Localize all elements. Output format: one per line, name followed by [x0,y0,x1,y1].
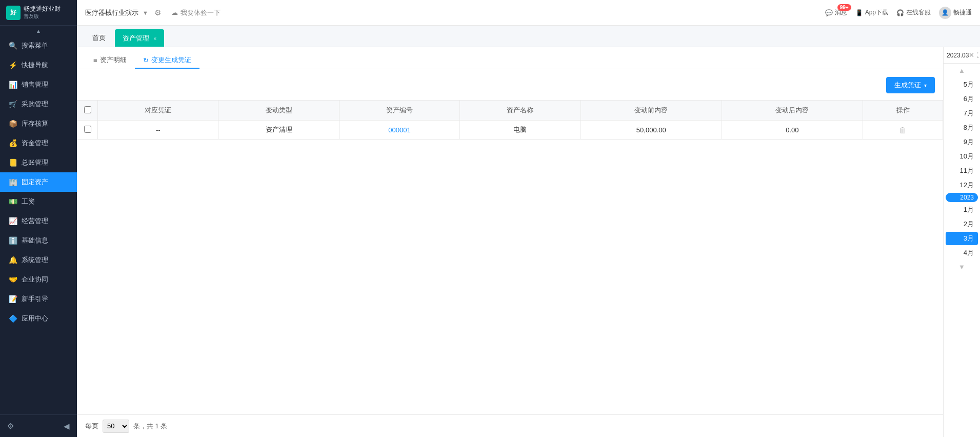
sidebar-label-guide: 新手引导 [22,294,48,304]
tab-asset-mgmt[interactable]: 资产管理 × [115,29,164,47]
sidebar-item-cooperation[interactable]: 🤝企业协同 [0,270,77,289]
calendar-panel: 2023.03 ✕ ⛶ ▲ 5月 6月 7月 8月 9月 10月 11月 12月… [943,47,980,437]
sidebar-item-sales[interactable]: 📊销售管理 [0,75,77,94]
page-size-select[interactable]: 10 20 50 100 [103,420,129,433]
subtab-change-voucher[interactable]: ↻ 变更生成凭证 [135,52,199,69]
calendar-scroll-down[interactable]: ▼ [944,260,980,274]
calendar-scroll-up[interactable]: ▲ [944,64,980,77]
data-table: 对应凭证 变动类型 资产编号 资产名称 变动前内容 变动后内容 操作 [77,100,943,140]
sidebar-scroll-up[interactable]: ▲ [0,26,77,36]
col-change-type: 变动类型 [218,101,339,121]
sidebar-item-purchase[interactable]: 🛒采购管理 [0,94,77,114]
sidebar-item-ledger[interactable]: 📒总账管理 [0,153,77,172]
sidebar-item-payroll[interactable]: 💵工资 [0,192,77,211]
content-area: ≡ 资产明细 ↻ 变更生成凭证 生成凭证 ▾ [77,47,943,437]
calendar-year-2023[interactable]: 2023 [946,193,978,202]
message-badge: 99+ [837,4,851,11]
calendar-month-5[interactable]: 5月 [944,77,980,92]
subtab-detail-icon: ≡ [93,56,97,64]
col-voucher: 对应凭证 [98,101,218,121]
calendar-month-2[interactable]: 2月 [944,217,980,231]
calendar-month-7[interactable]: 7月 [944,106,980,121]
calendar-close-icon[interactable]: ✕ [969,51,974,59]
delete-icon[interactable]: 🗑 [899,126,907,134]
subtab-asset-detail[interactable]: ≡ 资产明细 [85,52,135,69]
sidebar-label-sales: 销售管理 [22,80,48,89]
sidebar-item-system[interactable]: 🔔系统管理 [0,250,77,270]
generate-btn-arrow-icon: ▾ [924,83,927,88]
calendar-month-4[interactable]: 4月 [944,246,980,260]
sidebar-item-guide[interactable]: 📝新手引导 [0,289,77,309]
calendar-month-9[interactable]: 9月 [944,135,980,149]
company-name: 医疗器械行业演示 [85,8,138,17]
logo-icon: 好 [6,6,21,20]
sidebar-nav: 🔍搜索菜单⚡快捷导航📊销售管理🛒采购管理📦库存核算💰资金管理📒总账管理🏢固定资产… [0,36,77,414]
message-icon: 💬 [825,9,833,16]
subtab-bar: ≡ 资产明细 ↻ 变更生成凭证 [77,47,943,69]
row-asset-code: 000001 [339,121,459,140]
row-checkbox[interactable] [84,126,91,133]
user-menu[interactable]: 👤 畅捷通 [939,7,972,19]
calendar-month-3-active[interactable]: 3月 [946,232,978,245]
sidebar-item-operations[interactable]: 📈经营管理 [0,211,77,231]
guide-icon: 📝 [8,294,17,304]
per-page-label: 每页 [85,422,98,431]
search-icon: 🔍 [8,41,17,50]
row-before-change: 50,000.00 [581,121,722,140]
col-checkbox [77,101,98,121]
calendar-month-11[interactable]: 11月 [944,164,980,178]
experience-label: 我要体验一下 [181,8,221,17]
subtab-change-icon: ↻ [143,56,149,64]
sidebar-item-search[interactable]: 🔍搜索菜单 [0,36,77,55]
calendar-header-label: 2023.03 [947,52,969,59]
col-after-change: 变动后内容 [722,101,863,121]
sidebar-label-cooperation: 企业协同 [22,275,48,284]
topbar-gear-icon[interactable]: ⚙ [154,8,161,17]
total-label: 条，共 1 条 [133,422,167,431]
select-all-checkbox[interactable] [84,106,91,113]
sidebar-item-fixed-assets[interactable]: 🏢固定资产 [0,172,77,192]
calendar-month-6[interactable]: 6月 [944,92,980,106]
sidebar-label-operations: 经营管理 [22,216,48,226]
sidebar-item-quick-nav[interactable]: ⚡快捷导航 [0,55,77,75]
calendar-month-10[interactable]: 10月 [944,149,980,164]
sidebar-label-basic-info: 基础信息 [22,236,48,245]
table-header-row: 对应凭证 变动类型 资产编号 资产名称 变动前内容 变动后内容 操作 [77,101,943,121]
app-download-btn[interactable]: 📱 App下载 [855,8,888,17]
sidebar-item-inventory[interactable]: 📦库存核算 [0,114,77,133]
calendar-month-1[interactable]: 1月 [944,203,980,217]
tab-home[interactable]: 首页 [85,29,113,47]
calendar-month-12[interactable]: 12月 [944,178,980,192]
col-before-change: 变动前内容 [581,101,722,121]
payroll-icon: 💵 [8,197,17,206]
sidebar-bottom: ⚙ ◀ [0,414,77,437]
customer-service-btn[interactable]: 🎧 在线客服 [896,8,931,17]
sidebar-label-purchase: 采购管理 [22,100,48,109]
inventory-icon: 📦 [8,119,17,128]
sidebar-item-funds[interactable]: 💰资金管理 [0,133,77,153]
generate-voucher-btn[interactable]: 生成凭证 ▾ [886,77,935,93]
sidebar-item-app-center[interactable]: 🔷应用中心 [0,309,77,328]
app-center-icon: 🔷 [8,314,17,323]
message-btn[interactable]: 💬 消息 99+ [825,8,847,17]
topbar-right: 💬 消息 99+ 📱 App下载 🎧 在线客服 👤 畅捷通 [825,7,972,19]
purchase-icon: 🛒 [8,100,17,109]
calendar-month-8[interactable]: 8月 [944,121,980,135]
logo-text: 畅捷通好业财 [24,5,61,12]
phone-icon: 📱 [855,9,863,16]
experience-btn[interactable]: ☁ 我要体验一下 [171,8,221,17]
quick-nav-icon: ⚡ [8,61,17,70]
basic-info-icon: ℹ️ [8,236,17,245]
generate-btn-area: 生成凭证 ▾ [886,77,935,93]
settings-icon[interactable]: ⚙ [7,422,14,431]
calendar-expand-icon[interactable]: ⛶ [976,51,980,59]
sidebar-label-funds: 资金管理 [22,138,48,148]
company-dropdown-icon[interactable]: ▼ [143,10,148,16]
table-row: -- 资产清理 000001 电脑 50,000.00 0.00 🗑 [77,121,943,140]
collapse-icon[interactable]: ◀ [64,422,70,431]
sidebar-label-quick-nav: 快捷导航 [22,61,48,70]
row-checkbox-cell [77,121,98,140]
tab-close-icon[interactable]: × [153,35,156,42]
main-area: 医疗器械行业演示 ▼ ⚙ ☁ 我要体验一下 💬 消息 99+ 📱 App下载 🎧… [77,0,980,437]
sidebar-item-basic-info[interactable]: ℹ️基础信息 [0,231,77,250]
